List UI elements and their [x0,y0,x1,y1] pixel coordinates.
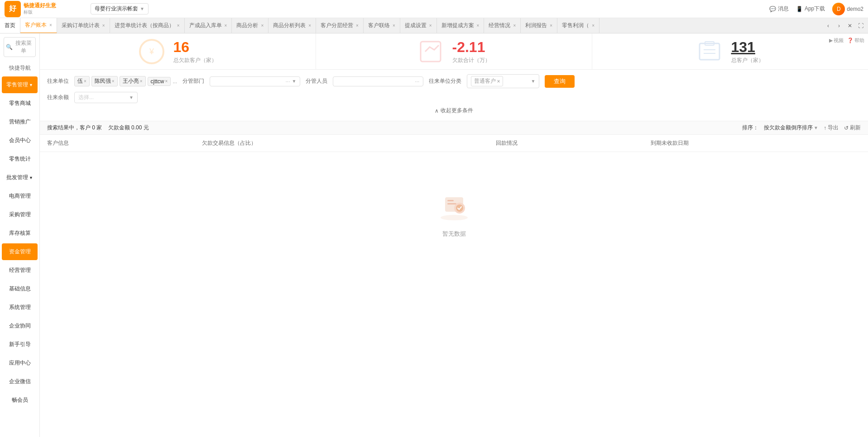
tab-customer-tier[interactable]: 客户分层经营 × [316,18,364,33]
person-selector[interactable]: ··· [333,76,423,86]
tab-customer-account-label: 客户账本 [25,21,47,29]
refresh-button[interactable]: ↺ 刷新 [844,124,861,132]
help-button[interactable]: ❓ 帮助 [847,37,864,44]
unit-tag-wang-close[interactable]: × [140,79,143,84]
sidebar-item-retail-stats[interactable]: 零售统计 [2,151,38,167]
tab-prev-button[interactable]: ‹ [824,21,833,30]
query-button[interactable]: 查询 [545,75,575,88]
tab-close[interactable]: × [177,23,180,28]
tab-close[interactable]: × [308,23,311,28]
sidebar-item-purchase[interactable]: 采购管理 [2,206,38,223]
tab-close-all-button[interactable]: ✕ [845,21,854,30]
sort-selector[interactable]: 按欠款金额倒序排序 ▼ [764,124,818,132]
tab-close[interactable]: × [429,23,432,28]
svg-rect-3 [700,43,719,60]
export-icon: ↑ [824,125,826,131]
unit-tag-wang: 王小亮 × [120,76,146,86]
tab-add-boost-plan[interactable]: 新增提成方案 × [437,18,484,33]
search-menu-label: 搜索菜单 [14,39,34,55]
tab-product-analysis-list[interactable]: 商品分析列表 × [269,18,316,33]
dept-selector[interactable]: ··· ▼ [210,76,300,86]
sidebar-item-label: 基础信息 [9,285,31,292]
tag-value: 伍 [77,77,83,85]
tab-purchase-stats-product[interactable]: 进货单统计表（按商品） × [110,18,185,33]
sidebar-item-batch[interactable]: 批发管理 ▼ [2,169,38,186]
tab-close[interactable]: × [356,23,359,28]
results-actions: 排序： 按欠款金额倒序排序 ▼ ↑ 导出 ↺ 刷新 [742,124,861,132]
sidebar-item-app-center[interactable]: 应用中心 [2,355,38,371]
refresh-label: 刷新 [850,124,861,132]
unit-filter-label: 往来单位 [47,77,69,85]
sidebar-item-operations[interactable]: 经营管理 [2,262,38,279]
tab-close[interactable]: × [225,23,227,28]
sidebar-item-retail[interactable]: 零售管理 ▼ [2,76,38,93]
search-icon: 🔍 [6,44,13,50]
category-selector[interactable]: 普通客户 × ▼ [467,74,539,88]
unit-filter-more[interactable]: ... [173,78,177,85]
category-filter-label: 往来单位分类 [429,77,461,85]
sidebar-item-finance[interactable]: 资金管理 [2,243,38,260]
tab-close[interactable]: × [393,23,395,28]
category-tag-close[interactable]: × [497,78,500,85]
sidebar-item-inventory[interactable]: 库存核算 [2,225,38,242]
sidebar-item-basic-info[interactable]: 基础信息 [2,280,38,297]
tab-close[interactable]: × [513,23,516,28]
tab-retail-profit[interactable]: 零售利润（ × [557,18,599,33]
account-selector[interactable]: 母婴行业演示帐套 ▼ [91,3,149,14]
tab-customer-contact[interactable]: 客户联络 × [364,18,400,33]
sort-label-value: 按欠款金额倒序排序 [764,124,813,132]
collapse-button[interactable]: ∧ 收起更多条件 [435,107,473,114]
search-menu-button[interactable]: 🔍 搜索菜单 [4,37,36,57]
sidebar-item-label: 库存核算 [9,230,31,236]
sidebar-item-enterprise-wechat[interactable]: 企业微信 [2,373,38,390]
col-customer-info: 客户信息 [40,135,195,152]
tab-customer-account[interactable]: 客户账本 × [20,18,57,33]
balance-selector[interactable]: 选择... ▼ [74,92,138,103]
sidebar-item-label: 零售商城 [9,100,31,106]
tab-profit-report[interactable]: 利润报告 × [521,18,557,33]
sidebar-item-ecommerce[interactable]: 电商管理 [2,188,38,204]
tab-close[interactable]: × [261,23,264,28]
tab-purchase-order-stats[interactable]: 采购订单统计表 × [57,18,110,33]
unit-tag-chen-close[interactable]: × [112,79,115,84]
unit-tag-cj-close[interactable]: × [165,79,168,84]
balance-filter-label: 往来余额 [47,94,69,101]
tab-product-storage[interactable]: 产成品入库单 × [185,18,232,33]
user-name: demo2 [847,6,863,12]
sidebar-item-label: 营销推广 [9,119,31,125]
tab-customer-account-close[interactable]: × [49,23,52,28]
tab-label: 客户联络 [368,22,390,29]
export-button[interactable]: ↑ 导出 [824,124,839,132]
tab-label: 商品分析列表 [273,22,306,29]
unit-tag-wu-close[interactable]: × [84,79,86,84]
message-button[interactable]: 💬 消息 [769,5,789,13]
logo-sub: 标版 [24,9,56,15]
tab-operations[interactable]: 经营情况 × [484,18,521,33]
sidebar-item-marketing[interactable]: 营销推广 [2,114,38,130]
sidebar: 🔍 搜索菜单 快捷导航 零售管理 ▼ 零售商城 营销推广 会员中心 零售统计 [0,33,40,437]
sidebar-item-members[interactable]: 会员中心 [2,132,38,149]
sidebar-item-label: 采购管理 [9,211,31,218]
sidebar-item-enterprise[interactable]: 企业协同 [2,318,38,334]
quick-nav-button[interactable]: 快捷导航 [0,61,39,76]
tab-close[interactable]: × [550,23,552,28]
balance-placeholder: 选择... [78,94,94,101]
tab-close[interactable]: × [102,23,105,28]
sidebar-item-retail-store[interactable]: 零售商城 [2,95,38,112]
sidebar-item-label: 新手引导 [9,341,31,347]
export-label: 导出 [828,124,839,132]
tab-next-button[interactable]: › [834,21,844,30]
tab-close[interactable]: × [477,23,480,28]
sidebar-item-new-guide[interactable]: 新手引导 [2,336,38,353]
tab-close[interactable]: × [592,23,595,28]
app-download-button[interactable]: 📱 App下载 [796,5,825,13]
tab-home[interactable]: 首页 [0,18,20,33]
tab-fullscreen-button[interactable]: ⛶ [856,21,865,30]
sort-prefix: 排序： [742,124,758,132]
sidebar-item-system[interactable]: 系统管理 [2,299,38,316]
tab-product-analysis[interactable]: 商品分析 × [232,18,269,33]
sidebar-item-vip[interactable]: 畅会员 [2,392,38,408]
video-help-button[interactable]: ▶ 视频 [829,37,844,44]
user-menu-button[interactable]: D demo2 [832,3,863,15]
tab-boost-settings[interactable]: 提成设置 × [400,18,437,33]
